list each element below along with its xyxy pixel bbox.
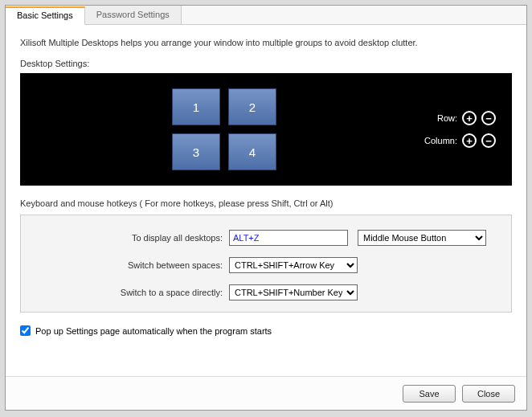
intro-text: Xilisoft Multiple Desktops helps you arr… [20, 38, 512, 47]
column-plus-button[interactable]: + [462, 133, 477, 148]
hotkey-row-switch-direct: Switch to a space directly: CTRL+SHIFT+N… [32, 284, 500, 300]
grid-controls: Row: + − Column: + − [417, 111, 501, 148]
close-button[interactable]: Close [462, 385, 515, 403]
row-control: Row: + − [417, 111, 496, 125]
desktop-settings-label: Desktop Settings: [20, 59, 512, 68]
display-all-label: To display all desktops: [32, 233, 229, 243]
tab-password-settings[interactable]: Password Settings [85, 6, 182, 24]
desktop-preview-panel: 1 2 3 4 Row: + − Column: + − [20, 73, 512, 186]
hotkeys-label: Keyboard and mouse hotkeys ( For more ho… [20, 198, 512, 208]
desktop-cell-3[interactable]: 3 [172, 133, 220, 170]
tab-basic-settings[interactable]: Basic Settings [6, 6, 85, 25]
switch-direct-label: Switch to a space directly: [32, 288, 229, 297]
hotkeys-panel: To display all desktops: Middle Mouse Bu… [20, 215, 512, 313]
settings-window: Basic Settings Password Settings Xilisof… [5, 5, 527, 411]
column-label: Column: [417, 136, 457, 145]
row-minus-button[interactable]: − [481, 111, 496, 125]
column-minus-button[interactable]: − [481, 133, 496, 148]
save-button[interactable]: Save [403, 385, 456, 403]
grid-wrap: 1 2 3 4 [31, 88, 417, 170]
row-plus-button[interactable]: + [462, 111, 477, 125]
switch-between-select[interactable]: CTRL+SHIFT+Arrow Key [229, 257, 358, 273]
footer: Save Close [6, 376, 526, 410]
desktop-cell-1[interactable]: 1 [172, 88, 220, 125]
hotkey-row-display-all: To display all desktops: Middle Mouse Bu… [32, 230, 500, 246]
desktop-grid: 1 2 3 4 [172, 88, 276, 170]
popup-checkbox-row: Pop up Settings page automatically when … [20, 325, 512, 336]
switch-between-label: Switch between spaces: [32, 260, 229, 270]
column-control: Column: + − [417, 133, 496, 148]
popup-checkbox-label: Pop up Settings page automatically when … [35, 326, 272, 336]
content-area: Xilisoft Multiple Desktops helps you arr… [6, 25, 526, 336]
tab-bar: Basic Settings Password Settings [6, 6, 526, 25]
hotkey-row-switch-between: Switch between spaces: CTRL+SHIFT+Arrow … [32, 257, 500, 273]
mouse-button-select[interactable]: Middle Mouse Button [358, 230, 486, 246]
desktop-cell-4[interactable]: 4 [228, 133, 276, 170]
switch-direct-select[interactable]: CTRL+SHIFT+Number Key [229, 284, 358, 300]
display-all-input[interactable] [229, 230, 348, 246]
desktop-cell-2[interactable]: 2 [228, 88, 276, 125]
popup-checkbox[interactable] [20, 325, 31, 336]
row-label: Row: [417, 113, 457, 123]
